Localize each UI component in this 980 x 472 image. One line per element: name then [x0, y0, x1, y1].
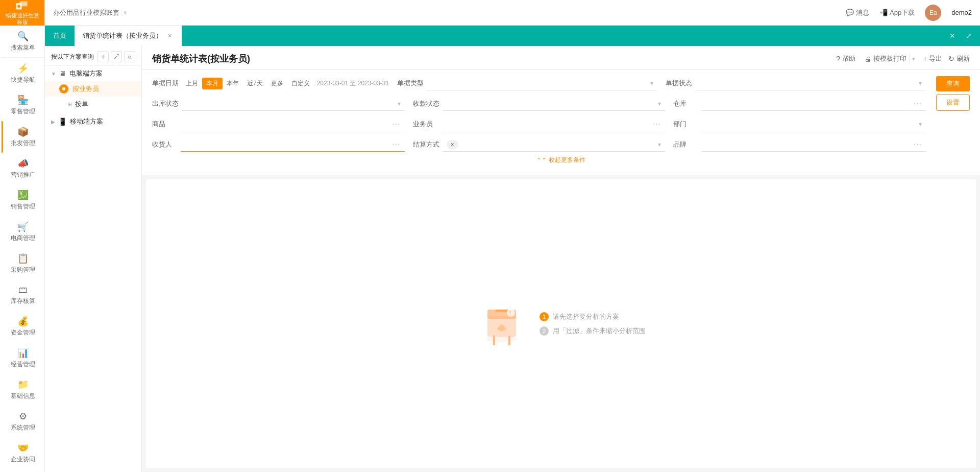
sidebar-item-retail[interactable]: 🏪 零售管理 [0, 89, 44, 121]
date-btn-custom[interactable]: 自定义 [287, 78, 314, 89]
collapse-panel-btn[interactable]: « [124, 51, 135, 62]
date-filter: 上月 本月 本年 近7天 更多 自定义 2023-03-01 至 2023-03… [182, 78, 389, 89]
query-btn[interactable]: 查询 [936, 76, 970, 91]
collapse-more-conditions-btn[interactable]: ⌃⌃ 收起更多条件 [152, 152, 970, 169]
date-btn-last-month[interactable]: 上月 [182, 78, 202, 89]
goods-control[interactable]: ··· [181, 117, 405, 131]
svg-point-3 [62, 87, 65, 90]
filter-date: 单据日期 上月 本月 本年 近7天 更多 自定义 2023-03-01 至 20… [152, 78, 389, 89]
close-tab-icon-btn[interactable]: ✕ [945, 29, 960, 43]
brand-dots[interactable]: ··· [914, 140, 922, 149]
filter-row-2: 出库状态 ▾ 收款状态 ▾ [152, 97, 926, 111]
sidebar-item-finance[interactable]: 💰 资金管理 [0, 311, 44, 342]
sidebar-item-collab[interactable]: 🤝 企业协同 [0, 437, 44, 469]
sidebar-item-search[interactable]: 🔍 搜索菜单 [0, 26, 44, 58]
staff-dots[interactable]: ··· [653, 120, 661, 129]
stock-status-control[interactable]: ▾ [182, 97, 405, 111]
empty-step-2: 2 用「过滤」条件来缩小分析范围 [540, 326, 646, 336]
settlement-label: 结算方式 [413, 140, 439, 149]
svg-point-2 [17, 5, 20, 8]
mobile-icon: 📱 [58, 117, 67, 126]
sidebar-item-purchase[interactable]: 📋 采购管理 [0, 248, 44, 279]
search-icon: 🔍 [17, 31, 29, 42]
sidebar-item-shortcut[interactable]: ⚡ 快捷导航 [0, 58, 44, 89]
sidebar-item-ecom[interactable]: 🛒 电商管理 [0, 216, 44, 248]
main-area: 办公用品行业模拟账套 ▾ 💬 消息 📲 App下载 Ea demo2 首页 销货… [45, 0, 980, 472]
payment-status-control[interactable]: ▾ [443, 97, 666, 111]
filters-and-actions: 单据日期 上月 本月 本年 近7天 更多 自定义 2023-03-01 至 20… [152, 76, 970, 152]
collapse-arrow: ⌃⌃ [536, 157, 547, 164]
filter-stock-status: 出库状态 ▾ [152, 97, 405, 111]
app-download-btn[interactable]: 📲 App下载 [879, 8, 915, 17]
export-icon: ↑ [923, 55, 927, 63]
warehouse-control[interactable]: ··· [702, 97, 926, 111]
settlement-control[interactable]: × ▾ [443, 137, 666, 152]
help-btn[interactable]: ? 帮助 [836, 54, 855, 63]
message-btn[interactable]: 💬 消息 [846, 8, 869, 17]
payment-status-label: 收款状态 [413, 99, 439, 108]
tree-node-pc[interactable]: ▼ 🖥 电脑端方案 [45, 66, 141, 81]
dept-label: 部门 [673, 120, 699, 129]
expand-icon-btn[interactable]: ⤢ [962, 29, 976, 43]
download-icon: 📲 [879, 9, 888, 16]
tree-node-mobile[interactable]: ▶ 📱 移动端方案 [45, 114, 141, 129]
refresh-btn[interactable]: ↻ 刷新 [948, 54, 970, 63]
date-btn-7days[interactable]: 近7天 [243, 78, 267, 89]
edit-scheme-btn[interactable] [111, 51, 122, 62]
left-panel-title: 按以下方案查询 [51, 53, 94, 61]
consignee-dots[interactable]: ··· [392, 140, 400, 149]
sidebar-item-marketing[interactable]: 📣 营销推广 [0, 153, 44, 184]
staff-control[interactable]: ··· [442, 117, 666, 131]
print-chevron-btn[interactable]: ▾ [910, 54, 917, 64]
date-btn-more[interactable]: 更多 [267, 78, 287, 89]
settlement-tag[interactable]: × [447, 140, 458, 149]
filter-area: 单据日期 上月 本月 本年 近7天 更多 自定义 2023-03-01 至 20… [142, 70, 980, 175]
sidebar-item-business[interactable]: 📊 经营管理 [0, 342, 44, 374]
sidebar-item-system[interactable]: ⚙ 系统管理 [0, 406, 44, 437]
consignee-control[interactable]: ··· [181, 137, 405, 152]
sidebar-item-inventory[interactable]: 🗃 库存核算 [0, 279, 44, 311]
sidebar-item-guide[interactable]: 🆕 新手引导 [0, 469, 44, 472]
empty-illustration: ! [476, 298, 527, 349]
export-btn[interactable]: ↑ 导出 [923, 54, 942, 63]
empty-text-list: 1 请先选择要分析的方案 2 用「过滤」条件来缩小分析范围 [540, 312, 646, 336]
user-avatar[interactable]: Ea [925, 5, 941, 21]
doc-type-label: 单据类型 [397, 79, 424, 88]
settlement-chevron: ▾ [658, 141, 661, 148]
add-scheme-btn[interactable]: + [97, 51, 109, 62]
doc-status-control[interactable]: ▾ [695, 76, 926, 90]
print-btn[interactable]: 🖨 按模板打印 [862, 52, 910, 65]
payment-chevron: ▾ [658, 100, 661, 107]
breadcrumb-chevron[interactable]: ▾ [124, 9, 127, 16]
collab-icon: 🤝 [17, 442, 29, 454]
tab-home[interactable]: 首页 [45, 26, 75, 46]
doc-type-control[interactable]: ▾ [427, 76, 657, 90]
dept-chevron: ▾ [919, 121, 922, 128]
home-tab-label: 首页 [53, 31, 66, 40]
date-btn-this-year[interactable]: 本年 [223, 78, 243, 89]
dept-control[interactable]: ▾ [702, 117, 926, 131]
date-btn-this-month[interactable]: 本月 [202, 78, 223, 89]
doc-status-label: 单据状态 [666, 79, 692, 88]
sidebar-item-basic[interactable]: 📁 基础信息 [0, 374, 44, 406]
header-actions: 💬 消息 📲 App下载 Ea demo2 [846, 5, 972, 21]
logo-line2: 标版 [6, 19, 39, 26]
settings-btn[interactable]: 设置 [936, 95, 970, 111]
goods-dots[interactable]: ··· [392, 120, 400, 129]
logo-line1: 畅捷通好生意 [6, 12, 39, 19]
tab-sales-report[interactable]: 销货单统计表（按业务员） ✕ [75, 26, 182, 46]
sidebar-logo[interactable]: 畅捷通好生意 标版 [0, 0, 44, 26]
sidebar-item-sales[interactable]: 💹 销售管理 [0, 184, 44, 216]
tree-node-by-staff[interactable]: 按业务员 [45, 81, 141, 97]
expand-arrow-pc: ▼ [51, 71, 56, 77]
user-label[interactable]: demo2 [951, 9, 972, 16]
sales-icon: 💹 [17, 190, 29, 201]
brand-control[interactable]: ··· [702, 137, 926, 152]
sidebar-item-wholesale[interactable]: 📦 批发管理 [0, 121, 44, 153]
pc-icon: 🖥 [59, 69, 66, 78]
tab-close-btn[interactable]: ✕ [165, 32, 174, 40]
tree-node-by-order[interactable]: ⊞ 按单 [45, 97, 141, 112]
breadcrumb-text[interactable]: 办公用品行业模拟账套 [53, 8, 119, 17]
left-panel: 按以下方案查询 + « ▼ 🖥 电脑端方案 按业务员 [45, 46, 142, 472]
warehouse-dots[interactable]: ··· [914, 99, 922, 108]
